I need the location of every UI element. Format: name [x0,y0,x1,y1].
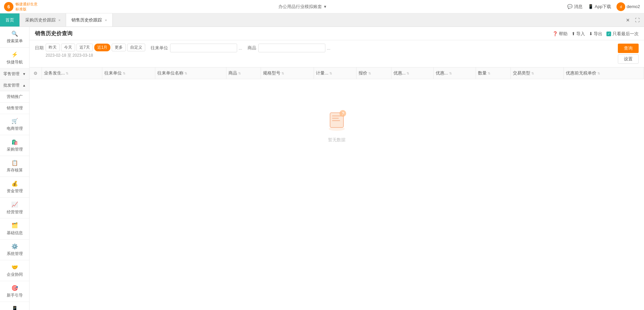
tab-purchase-history[interactable]: 采购历史价跟踪 × [20,13,66,27]
product-input-wrap: ... [258,44,330,52]
customer-input[interactable] [170,44,237,52]
sidebar-item-ecommerce[interactable]: 🛒 电商管理 [0,114,29,135]
date-btn-yesterday[interactable]: 昨天 [46,44,60,51]
th-settings: ⚙ [30,67,42,79]
date-btns-row: 昨天 今天 近7天 近1月 更多 自定义 [46,44,145,51]
topbar-right: 💬 消息 📱 App下载 d demo2 [567,2,640,11]
sidebar-item-marketing[interactable]: 营销推广 [0,91,29,103]
filter-bar: 日期 昨天 今天 近7天 近1月 更多 自定义 2023-02-18 至 202… [30,40,644,67]
th-discount2: 优惠... ⇅ [433,67,476,79]
sidebar-item-new-guide[interactable]: 🎯 新手引导 [0,281,29,302]
customer-filter-label: 往来单位 [151,44,168,52]
th-spec-sort[interactable]: ⇅ [281,71,284,75]
username: demo2 [627,4,640,9]
customer-dots[interactable]: ... [238,46,242,51]
th-partner-id: 往来单位 ⇅ [102,67,155,79]
sidebar-item-app-center[interactable]: 📱 应用中心 [0,302,29,310]
setting-button[interactable]: 设置 [618,54,639,64]
product-dots[interactable]: ... [327,46,330,51]
th-qty: 数量 ⇅ [476,67,511,79]
app-selector-arrow[interactable]: ▾ [324,4,326,9]
inventory-label: 库存核算 [7,167,23,173]
close-tab-btn[interactable]: ✕ [624,16,632,24]
sidebar-item-operations[interactable]: 📈 经营管理 [0,198,29,218]
only-last-checkbox[interactable]: ✓ [606,32,611,36]
product-input[interactable] [258,44,325,52]
sales-mgmt-label: 销售管理 [7,106,23,110]
marketing-label: 营销推广 [7,94,23,99]
app-download-btn[interactable]: 📱 App下载 [588,4,611,10]
sidebar-item-inventory[interactable]: 📋 库存核算 [0,156,29,177]
th-biz-date-sort[interactable]: ⇅ [66,71,68,75]
import-action[interactable]: ⬆ 导入 [572,31,585,37]
empty-illustration: ? [323,106,350,133]
tab-sales-history-label: 销售历史价跟踪 [71,17,102,23]
customer-filter-group: 往来单位 ... [151,44,242,52]
th-product-sort[interactable]: ⇅ [238,71,241,75]
date-btn-today[interactable]: 今天 [61,44,75,51]
svg-text:?: ? [342,111,344,116]
sidebar-item-wholesale-mgmt[interactable]: 批发管理 ▲ [0,80,29,91]
operations-icon: 📈 [11,201,18,208]
maximize-btn[interactable]: ⛶ [633,16,641,24]
svg-rect-4 [332,120,340,121]
tab-purchase-history-close[interactable]: × [58,18,60,22]
finance-label: 资金管理 [7,188,23,194]
content-area: 销售历史价查询 ❓ 帮助 ⬆ 导入 ⬇ 导出 ✓ 只看最后一次 [30,27,644,310]
th-discount1-sort[interactable]: ⇅ [407,71,409,75]
logo-area: 6 畅捷通好生意 标准版 [4,2,38,11]
message-btn[interactable]: 💬 消息 [567,4,583,10]
page-header: 销售历史价查询 ❓ 帮助 ⬆ 导入 ⬇ 导出 ✓ 只看最后一次 [30,27,644,40]
svg-rect-3 [332,118,339,119]
date-btn-7days[interactable]: 近7天 [76,44,93,51]
purchase-label: 采购管理 [7,147,23,152]
th-discount2-sort[interactable]: ⇅ [449,71,452,75]
sidebar-item-finance[interactable]: 💰 资金管理 [0,177,29,198]
th-partner-id-sort[interactable]: ⇅ [123,71,125,75]
tab-sales-history-close[interactable]: × [105,18,107,22]
retail-label: 零售管理 [3,71,19,77]
settings-icon[interactable]: ⚙ [34,71,38,76]
th-trade-type-sort[interactable]: ⇅ [531,71,534,75]
th-quote-sort[interactable]: ⇅ [368,71,371,75]
th-qty-sort[interactable]: ⇅ [488,71,490,75]
help-action[interactable]: ❓ 帮助 [552,31,568,37]
date-btn-more[interactable]: 更多 [112,44,126,51]
sidebar-item-enterprise-collab[interactable]: 🤝 企业协同 [0,260,29,281]
topbar-center[interactable]: 办公用品行业模拟账套 ▾ [278,4,326,10]
th-product: 商品 ⇅ [226,67,261,79]
import-icon: ⬆ [572,31,575,36]
sidebar-item-search-menu[interactable]: 🔍 搜索菜单 [0,27,29,48]
tab-home-label: 首页 [5,17,14,23]
user-area[interactable]: d demo2 [616,2,640,11]
sidebar-item-sales-mgmt[interactable]: 销售管理 [0,103,29,114]
th-pre-tax-price-sort[interactable]: ⇅ [597,71,600,75]
tab-home[interactable]: 首页 [0,13,20,27]
date-btn-custom[interactable]: 自定义 [127,44,145,51]
th-unit-sort[interactable]: ⇅ [329,71,332,75]
sidebar-sub-wholesale: 营销推广 销售管理 [0,91,29,114]
ecommerce-label: 电商管理 [7,126,23,132]
tab-sales-history[interactable]: 销售历史价跟踪 × [66,13,112,27]
export-action[interactable]: ⬇ 导出 [589,31,602,37]
th-discount1: 优惠... ⇅ [391,67,433,79]
guide-icon: 🎯 [11,285,18,292]
th-spec-label: 规格型号 [263,70,280,76]
th-partner-name-sort[interactable]: ⇅ [184,71,187,75]
collab-label: 企业协同 [7,272,23,277]
svg-rect-2 [332,115,341,116]
sidebar-item-retail-mgmt[interactable]: 零售管理 ▼ [0,68,29,80]
app-selector-label[interactable]: 办公用品行业模拟账套 [278,4,322,10]
th-partner-name: 往来单位名称 ⇅ [155,67,226,79]
empty-svg: ? [323,106,350,133]
inventory-icon: 📋 [11,159,18,167]
query-button[interactable]: 查询 [618,44,639,53]
th-unit-label: 计量... [316,70,328,76]
sidebar-item-quick-nav[interactable]: ⚡ 快捷导航 [0,48,29,68]
tabbar: 首页 采购历史价跟踪 × 销售历史价跟踪 × ✕ ⛶ [0,13,644,27]
sidebar-item-system[interactable]: ⚙️ 系统管理 [0,240,29,260]
sidebar-item-purchase-mgmt[interactable]: 🛍️ 采购管理 [0,135,29,156]
sidebar-item-base-info[interactable]: 🗂️ 基础信息 [0,218,29,239]
only-last-wrap[interactable]: ✓ 只看最后一次 [606,31,639,37]
date-btn-1month[interactable]: 近1月 [94,44,111,51]
